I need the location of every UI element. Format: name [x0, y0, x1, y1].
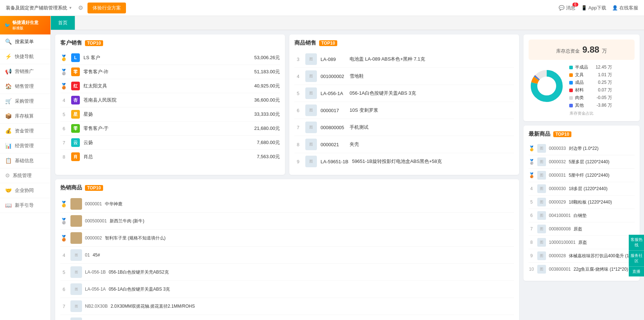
rank-num: 3 — [294, 57, 302, 62]
sidebar-item-3[interactable]: 🏠销售管理 — [0, 79, 50, 94]
legend-value: 0.07 万 — [590, 87, 612, 93]
product-code: 001000002 — [321, 74, 346, 79]
rank-item: 6 零 零售客户-于 21,680.00元 — [60, 122, 280, 136]
sidebar-label-9: 系统管理 — [13, 172, 32, 179]
rank-avatar: 零 — [71, 124, 80, 133]
rank-name: 星扬 — [83, 111, 250, 118]
rank-num: 5 — [60, 112, 68, 117]
product-code: LA-056-1A — [85, 287, 106, 292]
product-thumb: 图 — [537, 171, 546, 180]
message-btn[interactable]: 💬 消息 6 — [559, 5, 575, 11]
system-dropdown[interactable]: 装备及固定资产辅助管理系统 ▼ — [6, 5, 72, 11]
product-thumb: 图 — [537, 211, 546, 220]
inventory-value: 9.88 — [582, 45, 599, 54]
medal-icon: 🥉 — [529, 172, 534, 178]
product-name: 雪地鞋 — [350, 73, 514, 79]
hot-product-item: 7 图 NB2.0X30B 2.0X30MM双搓花轴.搓花直径2.1MM/ROH… — [60, 298, 514, 315]
sidebar: 🐦 畅捷通好生意 标准版 🔍搜索菜单⚡快捷导航📢营销推广🏠销售管理🛒采购管理📦库… — [0, 16, 51, 320]
product-name: 10S 变刺罗浆 — [350, 107, 514, 114]
sidebar-logo[interactable]: 🐦 畅捷通好生意 标准版 — [0, 16, 50, 34]
rank-medal: 🥇 — [60, 54, 68, 61]
product-code: 0000029 — [549, 200, 566, 205]
sidebar-icon-5: 📦 — [5, 113, 12, 119]
rank-avatar: 零 — [71, 67, 80, 76]
chart-footer: 库存资金占比 — [529, 111, 635, 116]
sidebar-item-5[interactable]: 📦库存核算 — [0, 109, 50, 124]
product-name: 056-1A白色按键开关盖ABS 3克 — [109, 286, 514, 292]
float-btn-hotline[interactable]: 客服热线 — [629, 235, 644, 251]
sidebar-label-5: 库存核算 — [15, 113, 34, 119]
sidebar-icon-3: 🏠 — [5, 83, 12, 90]
hot-products-title: 热销商品 TOP10 — [60, 184, 514, 191]
sidebar-item-11[interactable]: 📖新手引导 — [0, 198, 50, 213]
product-code: 000800005 — [321, 125, 346, 130]
rank-item: 🥉 红 红太阳文具 40,925.00元 — [60, 79, 280, 93]
rank-name: 红太阳文具 — [83, 83, 250, 89]
float-btn-live[interactable]: 直播 — [629, 267, 644, 276]
rank-medal: 🥉 — [60, 83, 68, 90]
product-name: 中华神鹿 — [105, 201, 514, 207]
legend-dot — [569, 81, 573, 85]
sidebar-icon-8: 📋 — [5, 157, 12, 164]
rank-value: 51,183.00元 — [254, 69, 280, 75]
customer-rank-list: 🥇 L LS 客户 53,006.26元 🥈 零 零售客户-许 51,183.0… — [60, 51, 280, 164]
nav-tabs: 首页 — [51, 16, 644, 30]
sidebar-item-10[interactable]: 🤝企业协同 — [0, 183, 50, 198]
hot-product-item: 🥇 0000001 中华神鹿 — [60, 196, 514, 213]
product-sales-item: 5 图 LA-056-1A 056-1A白色按键开关盖ABS 3克 — [294, 85, 514, 102]
legend-dot — [569, 66, 573, 69]
sidebar-item-0[interactable]: 🔍搜索菜单 — [0, 34, 50, 49]
legend-value: 1.01 万 — [590, 72, 612, 78]
customer-top10-card: 客户销售 TOP10 🥇 L LS 客户 53,006.26元 🥈 零 零售客户… — [55, 34, 285, 175]
hot-product-item: 8 图 0000011 12070519-xs — [60, 315, 514, 320]
rank-item: 🥈 零 零售客户-许 51,183.00元 — [60, 65, 280, 79]
rank-value: 33,333.00元 — [254, 111, 280, 118]
sidebar-item-1[interactable]: ⚡快捷导航 — [0, 49, 50, 64]
rank-name: LS 客户 — [83, 54, 250, 61]
rank-name: 零售客户-于 — [83, 125, 250, 132]
rank-num: 9 — [294, 159, 302, 164]
rank-item: 4 杏 苍南县人民医院 36,600.00元 — [60, 93, 280, 107]
sidebar-item-9[interactable]: ⚙系统管理 — [0, 168, 50, 183]
product-code: LA-089 — [321, 57, 346, 62]
trial-button[interactable]: 体验行业方案 — [87, 3, 126, 13]
sidebar-item-6[interactable]: 💰资金管理 — [0, 124, 50, 139]
product-name: 白钢垫 — [574, 213, 635, 219]
product-code: 004100001 — [549, 213, 571, 218]
hot-products-card: 热销商品 TOP10 🥇 0000001 中华神鹿 🥈 000500001 新西… — [55, 179, 519, 320]
product-code: 0000031 — [549, 173, 566, 178]
rank-name: 零售客户-许 — [83, 69, 250, 75]
product-name: 056-1A白色按键开关盖ABS 3克 — [350, 90, 514, 97]
rank-num: 4 — [60, 98, 68, 103]
top-section: 客户销售 TOP10 🥇 L LS 客户 53,006.26元 🥈 零 零售客户… — [55, 34, 519, 175]
product-name: 体械嘉枝味苏打饮品400毫升 (1*15) — [569, 253, 635, 259]
product-code: NB2.0X30B — [85, 304, 108, 309]
scroll-content: 客户销售 TOP10 🥇 L LS 客户 53,006.26元 🥈 零 零售客户… — [51, 30, 644, 320]
sidebar-label-4: 采购管理 — [15, 98, 34, 104]
sidebar-item-4[interactable]: 🛒采购管理 — [0, 94, 50, 109]
tab-home[interactable]: 首页 — [51, 16, 75, 30]
rank-name: 肖总 — [83, 153, 253, 160]
sidebar-item-7[interactable]: 📊经营管理 — [0, 139, 50, 153]
product-thumb: 图 — [305, 87, 317, 99]
product-name: 18多层 (1220*2440) — [569, 186, 635, 192]
online-service-btn[interactable]: 👤 在线客服 — [612, 5, 638, 11]
product-thumb: 图 — [537, 198, 546, 206]
medal-icon: 🥈 — [529, 159, 534, 165]
rank-name: 云扬 — [83, 139, 253, 146]
rank-num: 4 — [60, 253, 68, 258]
legend-dot — [569, 96, 573, 100]
sidebar-item-2[interactable]: 📢营销推广 — [0, 64, 50, 79]
gear-icon[interactable]: ⚙ — [78, 4, 83, 11]
hot-products-list: 🥇 0000001 中华神鹿 🥈 000500001 新西兰牛肉 (新牛) 🥉 … — [60, 196, 514, 320]
product-thumb: 图 — [70, 249, 82, 261]
sidebar-icon-2: 📢 — [5, 68, 12, 75]
product-code: 0000032 — [549, 159, 566, 164]
latest-product-item: 9 图 0000028 体械嘉枝味苏打饮品400毫升 (1*15) — [529, 249, 635, 263]
sidebar-label-11: 新手引导 — [15, 202, 34, 209]
rank-num: 10 — [529, 267, 534, 272]
float-btn-community[interactable]: 服务社区 — [629, 251, 644, 267]
content-area: 首页 客户销售 TOP10 🥇 L LS 客户 53,006.26元 � — [51, 16, 644, 320]
sidebar-item-8[interactable]: 📋基础信息 — [0, 153, 50, 168]
app-download-btn[interactable]: 📱 App下载 — [581, 5, 606, 11]
